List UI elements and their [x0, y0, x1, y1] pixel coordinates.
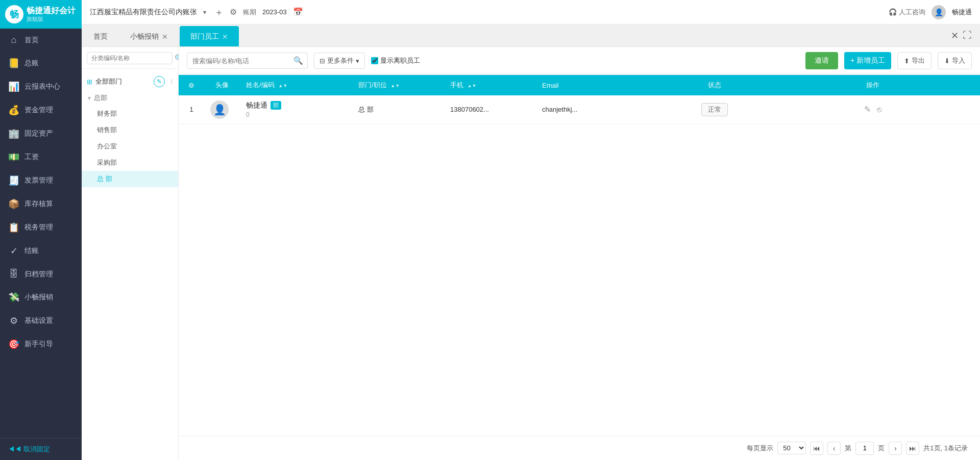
home-icon: ⌂	[8, 35, 19, 45]
edit-employee-button[interactable]: ✎	[864, 105, 871, 114]
company-name: 江西服宝精品有限责任公司内账张	[90, 8, 197, 17]
toolbar: 🔍 ⊟ 更多条件 ▾ 显示离职员工 邀请 + 新增员工 ⬆ 导出	[179, 47, 980, 75]
sidebar-item-guide[interactable]: 🎯 新手引导	[0, 333, 82, 356]
next-page-button[interactable]: ›	[889, 442, 902, 455]
logout-employee-button[interactable]: ⎋	[877, 105, 882, 114]
dept-sales[interactable]: 销售部	[82, 122, 178, 138]
sidebar-item-label: 首页	[24, 36, 39, 45]
col-dept-label: 部门/职位	[358, 81, 387, 89]
col-phone[interactable]: 手机 ▲▼	[444, 75, 536, 95]
dept-root-all[interactable]: ⊞ 全部部门 ✎ 《	[82, 73, 178, 90]
tab-expense-close[interactable]: ✕	[162, 33, 168, 41]
sidebar: 畅 畅捷通好会计 旗舰版 ⌂ 首页 📒 总账 📊 云报表中心 💰 资金管理 🏢 …	[0, 0, 82, 460]
dept-collapse-icon[interactable]: 《	[168, 78, 173, 85]
col-phone-sort-icon[interactable]: ▲▼	[468, 84, 477, 88]
dept-general[interactable]: 总 部	[82, 171, 178, 187]
archive-icon: 🗄	[8, 269, 19, 279]
sidebar-item-settings[interactable]: ⚙ 基础设置	[0, 309, 82, 333]
dept-hq-label: 总部	[94, 93, 107, 103]
employee-search-icon[interactable]: 🔍	[289, 56, 307, 65]
dept-office[interactable]: 办公室	[82, 138, 178, 155]
sidebar-item-reports[interactable]: 📊 云报表中心	[0, 75, 82, 98]
sidebar-item-label: 新手引导	[24, 340, 53, 349]
unpin-button[interactable]: ◀◀ 取消固定	[0, 438, 82, 460]
col-gear[interactable]: ⚙	[179, 75, 204, 95]
col-avatar: 头像	[204, 75, 240, 95]
page-label: 页	[878, 444, 885, 453]
sidebar-item-ledger[interactable]: 📒 总账	[0, 52, 82, 75]
support-button[interactable]: 🎧 人工咨询	[889, 8, 925, 17]
row-phone: 138070602...	[444, 95, 536, 124]
employee-dept-badge: 部	[271, 101, 281, 110]
tab-home-label: 首页	[93, 32, 108, 41]
tab-expense-label: 小畅报销	[130, 32, 159, 41]
main-area: 江西服宝精品有限责任公司内账张 ▾ ＋ ⚙ 账期 2023-03 📅 🎧 人工咨…	[82, 0, 980, 460]
sidebar-item-salary[interactable]: 💵 工资	[0, 145, 82, 169]
tab-department[interactable]: 部门员工 ✕	[180, 26, 239, 46]
sidebar-item-label: 总账	[24, 59, 39, 68]
dept-edit-button[interactable]: ✎	[154, 76, 165, 87]
employee-search-input[interactable]	[187, 57, 289, 65]
page-number-input[interactable]	[855, 442, 874, 455]
dept-purchase[interactable]: 采购部	[82, 155, 178, 171]
prev-page-button[interactable]: ‹	[827, 442, 841, 455]
dept-hq-row[interactable]: ▼ 总部	[82, 90, 178, 106]
col-dept[interactable]: 部门/职位 ▲▼	[352, 75, 444, 95]
col-phone-label: 手机	[450, 81, 463, 89]
col-name[interactable]: 姓名/编码 ▲▼	[240, 75, 352, 95]
close-panel-button[interactable]: ✕	[951, 30, 959, 41]
col-name-label: 姓名/编码	[246, 81, 275, 89]
settings-gear-icon[interactable]: ⚙	[230, 7, 237, 17]
import-icon: ⬇	[944, 57, 950, 65]
calendar-icon[interactable]: 📅	[293, 7, 303, 17]
invoice-icon: 🧾	[8, 175, 19, 186]
sidebar-item-assets-mgmt[interactable]: 💰 资金管理	[0, 98, 82, 122]
col-actions: 操作	[766, 75, 980, 95]
tab-expense[interactable]: 小畅报销 ✕	[119, 26, 179, 46]
add-company-button[interactable]: ＋	[214, 6, 224, 18]
sidebar-item-label: 库存核算	[24, 199, 53, 209]
sidebar-item-invoice[interactable]: 🧾 发票管理	[0, 169, 82, 192]
close-account-icon: ✓	[8, 245, 19, 257]
assets-mgmt-icon: 💰	[8, 105, 19, 116]
sidebar-item-label: 固定资产	[24, 129, 53, 138]
import-button[interactable]: ⬇ 导入	[938, 52, 972, 69]
sidebar-item-expense2[interactable]: 💸 小畅报销	[0, 286, 82, 309]
tab-home[interactable]: 首页	[83, 26, 118, 46]
add-employee-button[interactable]: + 新增员工	[844, 52, 891, 69]
page-size-select[interactable]: 50 10 20 100	[777, 442, 806, 454]
dept-finance[interactable]: 财务部	[82, 106, 178, 122]
col-status: 状态	[664, 75, 766, 95]
invite-button[interactable]: 邀请	[805, 52, 838, 69]
employee-code: 0	[246, 111, 346, 118]
show-resigned-input[interactable]	[371, 57, 378, 64]
sidebar-item-archive[interactable]: 🗄 归档管理	[0, 263, 82, 286]
col-email: Email	[536, 75, 664, 95]
employee-avatar: 👤	[210, 100, 229, 119]
row-dept: 总 部	[352, 95, 444, 124]
first-page-button[interactable]: ⏮	[810, 442, 823, 455]
export-button[interactable]: ⬆ 导出	[897, 52, 932, 69]
sidebar-item-label: 工资	[24, 152, 39, 162]
filter-button[interactable]: ⊟ 更多条件 ▾	[314, 53, 365, 69]
show-resigned-checkbox[interactable]: 显示离职员工	[371, 56, 420, 65]
sidebar-item-close[interactable]: ✓ 结账	[0, 239, 82, 263]
row-actions: ✎ ⎋	[766, 95, 980, 124]
dept-search-input[interactable]	[87, 52, 173, 64]
col-dept-sort-icon[interactable]: ▲▼	[390, 84, 400, 88]
sidebar-item-fixed-assets[interactable]: 🏢 固定资产	[0, 122, 82, 145]
tab-department-close[interactable]: ✕	[222, 33, 228, 41]
row-status: 正常	[664, 95, 766, 124]
logo-sub: 旗舰版	[27, 15, 76, 23]
dept-grid-icon: ⊞	[87, 78, 92, 86]
expand-panel-button[interactable]: ⛶	[963, 30, 972, 41]
sidebar-item-tax[interactable]: 📋 税务管理	[0, 216, 82, 239]
last-page-button[interactable]: ⏭	[906, 442, 919, 455]
sidebar-item-home[interactable]: ⌂ 首页	[0, 29, 82, 52]
salary-icon: 💵	[8, 151, 19, 163]
sidebar-item-inventory[interactable]: 📦 库存核算	[0, 192, 82, 216]
employee-table: ⚙ 头像 姓名/编码 ▲▼ 部门/职位 ▲▼	[179, 75, 980, 124]
company-dropdown[interactable]: ▾	[203, 9, 206, 16]
col-name-sort-icon[interactable]: ▲▼	[278, 84, 287, 88]
employee-table-wrap: ⚙ 头像 姓名/编码 ▲▼ 部门/职位 ▲▼	[179, 75, 980, 436]
